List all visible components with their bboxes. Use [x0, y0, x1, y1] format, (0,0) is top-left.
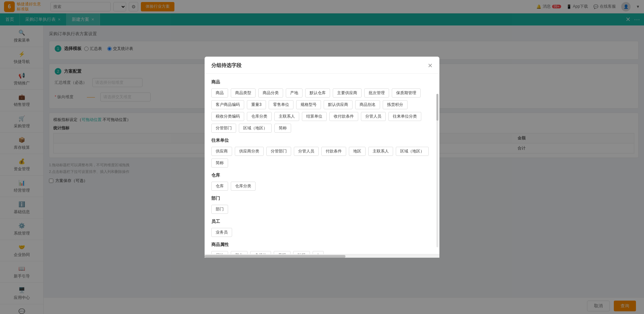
field-tag-attribute[interactable]: 属性	[211, 251, 228, 254]
section-title-partners: 往来单位	[211, 137, 433, 143]
field-tag-supervisor[interactable]: 分管人员	[361, 112, 386, 121]
field-tag-area[interactable]: 地区	[349, 147, 366, 156]
field-tag-supplier[interactable]: 供应商	[211, 147, 232, 156]
field-tags-partners: 供应商 供应商分类 分管部门 分管人员 付款条件 地区 主联系人 区域（地区） …	[211, 147, 433, 168]
modal-hscroll[interactable]	[205, 254, 439, 258]
field-tag-shelf-life[interactable]: 保质期管理	[392, 88, 421, 98]
field-tag-region[interactable]: 区域（地区）	[239, 124, 272, 133]
field-tag-product-type[interactable]: 商品类型	[231, 88, 256, 98]
field-tag-color[interactable]: 颜色	[231, 251, 248, 254]
field-tag-supplier-category[interactable]: 供应商分类	[235, 147, 264, 156]
field-tag-batch-management[interactable]: 批次管理	[364, 88, 389, 98]
field-tags-staff: 业务员	[211, 228, 433, 237]
field-tags-products: 商品 商品类型 商品分类 产地 默认仓库 主要供应商 批次管理 保质期管理 客户…	[211, 88, 433, 133]
field-tag-main-supplier[interactable]: 主要供应商	[333, 88, 362, 98]
field-tag-shoe-size[interactable]: 鞋码	[293, 251, 310, 254]
modal-overlay: 分组待选字段 ✕ 商品 商品 商品类型 商品分类 产地 默认仓库 主要供应商 批…	[0, 0, 644, 314]
field-tag-tax-code[interactable]: 税收分类编码	[211, 112, 244, 121]
field-tags-product-attr: 属性 颜色 多规格 尺码 鞋码 1	[211, 251, 433, 254]
field-tag-region2[interactable]: 区域（地区）	[396, 147, 429, 156]
field-tag-mgmt-person[interactable]: 分管人员	[294, 147, 319, 156]
modal-scrollbar-thumb	[436, 94, 438, 121]
field-tag-size[interactable]: 尺码	[274, 251, 290, 254]
field-tag-salesperson[interactable]: 业务员	[211, 228, 232, 237]
field-tags-warehouse: 仓库 仓库分类	[211, 182, 433, 191]
field-tag-payment-condition[interactable]: 付款条件	[321, 147, 346, 156]
field-tag-warehouse-category[interactable]: 仓库分类	[247, 112, 272, 121]
field-tag-attr-1[interactable]: 1	[313, 251, 324, 254]
field-tag-pick-points[interactable]: 拣货积分	[383, 100, 408, 109]
modal: 分组待选字段 ✕ 商品 商品 商品类型 商品分类 产地 默认仓库 主要供应商 批…	[205, 57, 439, 258]
field-tag-dept[interactable]: 分管部门	[211, 124, 236, 133]
field-tag-product-category[interactable]: 商品分类	[258, 88, 283, 98]
section-title-staff: 员工	[211, 218, 433, 225]
field-tag-short-name[interactable]: 简称	[274, 124, 291, 133]
field-tag-payment-terms[interactable]: 收付款条件	[329, 112, 358, 121]
field-tag-warehouse[interactable]: 仓库	[211, 182, 228, 191]
field-tag-origin[interactable]: 产地	[286, 88, 303, 98]
section-title-department: 部门	[211, 195, 433, 201]
field-tag-default-warehouse[interactable]: 默认仓库	[305, 88, 330, 98]
field-tag-partner-category[interactable]: 往来单位分类	[388, 112, 421, 121]
field-tag-short-name2[interactable]: 简称	[211, 159, 228, 168]
field-tag-mgmt-dept[interactable]: 分管部门	[266, 147, 291, 156]
section-title-product-attr: 商品属性	[211, 242, 433, 248]
modal-scrollbar[interactable]	[436, 94, 438, 247]
section-title-warehouse: 仓库	[211, 172, 433, 178]
field-tag-spec-model[interactable]: 规格型号	[296, 100, 321, 109]
field-tags-department: 部门	[211, 205, 433, 214]
field-tag-settlement-unit[interactable]: 结算单位	[302, 112, 327, 121]
modal-close-button[interactable]: ✕	[428, 62, 433, 69]
field-tag-main-contact[interactable]: 主联系人	[274, 112, 299, 121]
field-tag-product-alias[interactable]: 商品别名	[355, 100, 380, 109]
field-tag-warehouse-type[interactable]: 仓库分类	[231, 182, 256, 191]
field-tag-main-contact2[interactable]: 主联系人	[368, 147, 393, 156]
field-tag-customer-code[interactable]: 客户商品编码	[211, 100, 244, 109]
field-tag-default-supplier[interactable]: 默认供应商	[324, 100, 353, 109]
modal-title: 分组待选字段	[211, 62, 241, 69]
field-tag-retail-unit[interactable]: 零售单位	[269, 100, 293, 109]
field-tag-product[interactable]: 商品	[211, 88, 228, 98]
section-title-products: 商品	[211, 79, 433, 85]
field-tag-weight[interactable]: 重量3	[247, 100, 266, 109]
modal-hscroll-thumb	[205, 255, 345, 258]
field-tag-multi-spec[interactable]: 多规格	[250, 251, 271, 254]
modal-header: 分组待选字段 ✕	[205, 57, 439, 74]
modal-body[interactable]: 商品 商品 商品类型 商品分类 产地 默认仓库 主要供应商 批次管理 保质期管理…	[205, 74, 439, 254]
field-tag-department[interactable]: 部门	[211, 205, 228, 214]
